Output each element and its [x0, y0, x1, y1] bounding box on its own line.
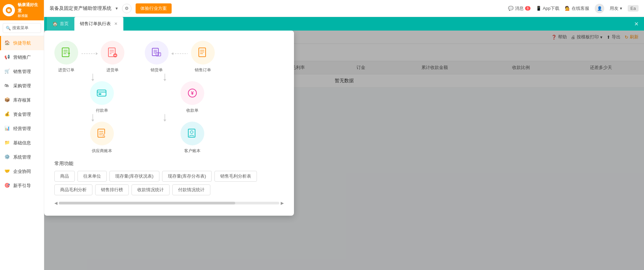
service-icon: 💁	[565, 6, 570, 11]
scrollbar-right-arrow[interactable]: ▶	[281, 201, 284, 205]
system-dropdown[interactable]: ▾	[116, 6, 118, 11]
enterprise-icon: 🤝	[4, 168, 11, 175]
common-functions-title: 常用功能	[54, 161, 284, 167]
purchase-bill-icon	[101, 41, 124, 65]
func-btn-sales-rank[interactable]: 销售排行榜	[95, 184, 129, 195]
search-menu-btn[interactable]: 🔍 搜索菜单	[3, 23, 41, 33]
inventory-icon: 📦	[4, 97, 11, 103]
flow-node-customer-account[interactable]: 客户账本	[180, 122, 204, 154]
sidebar-item-marketing[interactable]: 📢 营销推广	[0, 50, 44, 65]
func-btn-receipt-stats[interactable]: 收款情况统计	[132, 184, 170, 195]
message-btn[interactable]: 💬 消息 6	[508, 5, 530, 12]
message-icon: 💬	[508, 6, 514, 11]
flow-diagram: 进货订单 进货单	[54, 41, 284, 154]
avatar: 👤	[595, 4, 604, 13]
user-chevron-icon: ▾	[620, 6, 622, 11]
sidebar-item-beginner[interactable]: 🎯 新手引导	[0, 179, 44, 193]
func-btn-stock-dist[interactable]: 现存量(库存分布表)	[162, 171, 212, 182]
customer-account-icon	[180, 122, 204, 145]
sidebar-item-system[interactable]: ⚙️ 系统管理	[0, 150, 44, 164]
receipt-label: 收款单	[186, 108, 198, 113]
main-content: 装备及固定资产辅助管理系统 ▾ ⚙ 体验行业方案 💬 消息 6 📱 App下载	[44, 0, 644, 270]
modal-scrollbar: ◀ ▶	[54, 201, 284, 205]
sidebar-item-operations[interactable]: 📊 经营管理	[0, 122, 44, 136]
svg-text:¥: ¥	[191, 90, 194, 96]
scrollbar-thumb	[59, 202, 235, 204]
svg-text:畅: 畅	[7, 8, 11, 12]
sales-bill-label: 销货单	[151, 67, 163, 73]
flow-node-receipt[interactable]: ¥ 收款单	[180, 81, 204, 113]
beginner-icon: 🎯	[4, 183, 11, 189]
sidebar-item-inventory[interactable]: 📦 库存核算	[0, 93, 44, 107]
logo-text: 畅康通好生意	[18, 2, 41, 14]
sidebar-item-enterprise[interactable]: 🤝 企业协同	[0, 164, 44, 179]
search-area: 🔍 搜索菜单	[0, 20, 44, 36]
supplier-account-label: 供应商账本	[92, 148, 112, 154]
user-name[interactable]: 用友 ▾	[610, 5, 622, 12]
modal-overlay: 进货订单 进货单	[44, 31, 644, 270]
tab-bar: 🏠 首页 销售订单执行表 ✕ ✕	[44, 17, 644, 31]
top-header: 装备及固定资产辅助管理系统 ▾ ⚙ 体验行业方案 💬 消息 6 📱 App下载	[44, 0, 644, 17]
func-btn-sales-gross[interactable]: 销售毛利分析表	[214, 171, 257, 182]
customer-account-label: 客户账本	[184, 148, 201, 154]
operations-icon: 📊	[4, 126, 11, 132]
purchase-icon: 🛍	[4, 83, 11, 89]
flow-node-purchase-order[interactable]: 进货订单	[54, 41, 78, 73]
supplier-account-icon: 账	[90, 122, 114, 145]
app-logo: 畅 畅康通好生意 标准版	[0, 0, 44, 20]
func-btn-product[interactable]: 商品	[54, 171, 75, 182]
logo-sub: 标准版	[18, 14, 41, 18]
logo-icon: 畅	[3, 4, 15, 16]
base-info-icon: 📁	[4, 140, 11, 146]
app-download-btn[interactable]: 📱 App下载	[536, 5, 559, 12]
sidebar-nav: 🏠 快捷导航 📢 营销推广 🛒 销售管理 🛍 采购管理 📦 库存核算 💰	[0, 36, 44, 270]
trial-button[interactable]: 体验行业方案	[136, 3, 172, 14]
purchase-order-label: 进货订单	[58, 67, 74, 73]
flow-node-sales-bill[interactable]: 销货单	[145, 41, 169, 73]
svg-marker-22	[171, 52, 173, 55]
tab-home[interactable]: 🏠 首页	[47, 17, 74, 31]
flow-node-sales-order[interactable]: 销售订单	[191, 41, 215, 73]
download-icon: 📱	[536, 6, 541, 11]
function-buttons: 商品 往来单位 现存量(库存状况表) 现存量(库存分布表) 销售毛利分析表 商品…	[54, 171, 284, 195]
flow-node-supplier-account[interactable]: 账 供应商账本	[90, 122, 114, 154]
system-icon: ⚙️	[4, 154, 11, 160]
func-btn-payment-stats[interactable]: 付款情况统计	[172, 184, 210, 195]
sidebar-item-base-info[interactable]: 📁 基础信息	[0, 136, 44, 150]
svg-marker-30	[163, 79, 166, 81]
svg-rect-23	[199, 48, 206, 57]
flow-node-payment[interactable]: 付款单	[90, 81, 114, 113]
svg-rect-33	[99, 93, 101, 95]
sidebar-item-purchase[interactable]: 🛍 采购管理	[0, 79, 44, 93]
tab-sales-exec[interactable]: 销售订单执行表 ✕	[74, 17, 123, 31]
search-icon: 🔍	[6, 26, 11, 31]
flow-node-purchase-bill[interactable]: 进货单	[101, 41, 124, 73]
sidebar-item-sales[interactable]: 🛒 销售管理	[0, 65, 44, 79]
sales-bill-icon	[145, 41, 169, 65]
sidebar-item-funds[interactable]: 💰 资金管理	[0, 107, 44, 122]
sidebar-item-quick-guide[interactable]: 🏠 快捷导航	[0, 36, 44, 50]
svg-point-47	[190, 131, 193, 133]
funds-icon: 💰	[4, 111, 11, 118]
settings-btn[interactable]: ⚙	[122, 4, 132, 13]
page-area: ❓ 帮助 🖨 按模板打印 ▾ ⬆ 导出 ↻ 刷新	[44, 31, 644, 270]
gear-icon: ⚙	[125, 6, 129, 11]
svg-rect-31	[97, 90, 106, 96]
close-all-tabs-btn[interactable]: ✕	[631, 21, 641, 27]
tab-close-icon[interactable]: ✕	[114, 21, 118, 26]
func-btn-contacts[interactable]: 往来单位	[77, 171, 107, 182]
online-service-btn[interactable]: 💁 在线客服	[565, 5, 589, 12]
func-btn-stock-status[interactable]: 现存量(库存状况表)	[109, 171, 159, 182]
scrollbar-track[interactable]	[59, 202, 279, 204]
chevron-down-icon: ▾	[116, 6, 118, 11]
ea-badge: Ea	[628, 5, 639, 12]
sales-order-icon	[191, 41, 215, 65]
func-btn-product-gross[interactable]: 商品毛利分析	[54, 184, 92, 195]
scrollbar-left-arrow[interactable]: ◀	[54, 201, 57, 205]
sales-icon: 🛒	[4, 69, 11, 75]
sidebar: 畅 畅康通好生意 标准版 🔍 搜索菜单 🏠 快捷导航 📢 营销推广 �	[0, 0, 44, 270]
svg-marker-7	[96, 52, 98, 55]
common-functions-section: 常用功能 商品 往来单位 现存量(库存状况表) 现存量(库存分布表) 销售毛利分…	[54, 161, 284, 195]
svg-text:账: 账	[102, 133, 105, 137]
home-icon: 🏠	[4, 40, 11, 46]
